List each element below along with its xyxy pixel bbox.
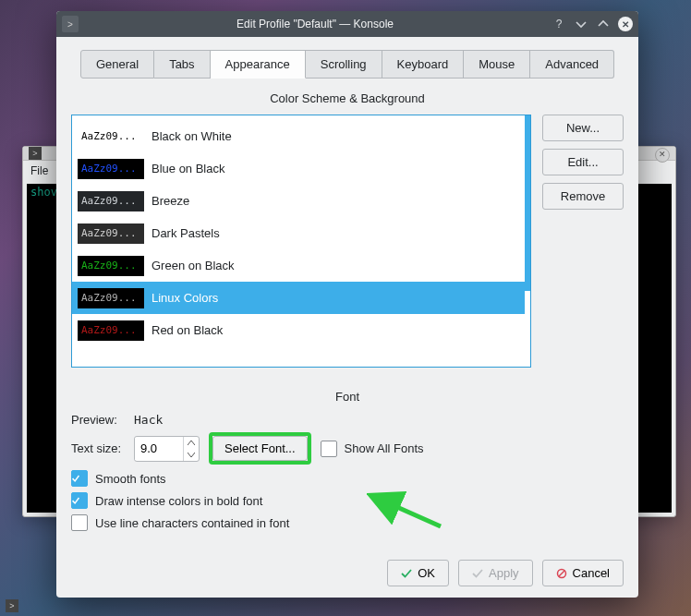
section-font-title: Font <box>71 390 624 404</box>
scheme-name-label: Breeze <box>152 194 189 208</box>
scrollbar[interactable] <box>525 115 530 367</box>
scheme-name-label: Linux Colors <box>152 291 218 305</box>
text-size-input[interactable] <box>135 438 183 460</box>
checkbox-box <box>71 514 88 531</box>
check-icon <box>401 568 412 579</box>
scheme-swatch: AaZz09... <box>78 223 144 244</box>
color-scheme-item[interactable]: AaZz09...Breeze <box>72 185 525 217</box>
color-scheme-item[interactable]: AaZz09...Red on Black <box>72 314 525 346</box>
minimize-icon[interactable] <box>574 17 588 31</box>
smooth-fonts-checkbox[interactable]: Smooth fonts <box>71 470 624 487</box>
smooth-fonts-label: Smooth fonts <box>95 472 166 486</box>
close-icon[interactable]: ✕ <box>618 17 633 31</box>
tab-scrolling[interactable]: Scrolling <box>306 50 382 79</box>
line-chars-checkbox[interactable]: Use line characters contained in font <box>71 514 624 531</box>
scheme-name-label: Black on White <box>152 129 232 143</box>
section-color-scheme-title: Color Scheme & Background <box>71 91 624 105</box>
color-scheme-item[interactable]: AaZz09...Dark Pastels <box>72 217 525 249</box>
terminal-tab-icon[interactable]: > <box>6 599 18 612</box>
new-scheme-button[interactable]: New... <box>542 115 624 141</box>
tab-mouse[interactable]: Mouse <box>464 50 530 79</box>
tab-keyboard[interactable]: Keyboard <box>382 50 465 79</box>
tab-advanced[interactable]: Advanced <box>530 50 614 79</box>
tab-bar: General Tabs Appearance Scrolling Keyboa… <box>80 50 614 79</box>
edit-profile-dialog: > Edit Profile "Default" — Konsole ? ✕ G… <box>56 11 638 598</box>
titlebar[interactable]: > Edit Profile "Default" — Konsole ? ✕ <box>56 11 638 37</box>
maximize-icon[interactable] <box>596 17 611 31</box>
chevron-up-icon[interactable] <box>184 437 199 449</box>
line-chars-label: Use line characters contained in font <box>95 516 289 530</box>
ok-label: OK <box>418 566 435 580</box>
scheme-name-label: Blue on Black <box>152 162 225 175</box>
scheme-swatch: AaZz09... <box>78 127 144 147</box>
tab-appearance[interactable]: Appearance <box>211 50 306 79</box>
dialog-client-area: General Tabs Appearance Scrolling Keyboa… <box>56 37 638 598</box>
bold-intense-checkbox[interactable]: Draw intense colors in bold font <box>71 492 624 509</box>
cancel-icon <box>556 568 567 579</box>
color-scheme-list[interactable]: AaZz09...Black on Random LightAaZz09...B… <box>71 115 531 368</box>
cancel-button[interactable]: Cancel <box>542 560 624 586</box>
checkbox-box <box>71 492 88 509</box>
tab-tabs[interactable]: Tabs <box>154 50 210 79</box>
ok-button[interactable]: OK <box>387 560 449 586</box>
show-all-fonts-checkbox[interactable]: Show All Fonts <box>321 441 424 457</box>
select-font-button[interactable]: Select Font... <box>212 436 308 461</box>
color-scheme-item[interactable]: AaZz09...Green on Black <box>72 249 525 282</box>
text-size-label: Text size: <box>71 441 125 455</box>
cancel-label: Cancel <box>573 566 610 580</box>
close-icon[interactable]: ✕ <box>655 148 670 163</box>
check-icon <box>472 568 483 579</box>
apply-button[interactable]: Apply <box>458 560 533 586</box>
bold-intense-label: Draw intense colors in bold font <box>95 494 262 508</box>
apply-label: Apply <box>489 566 519 580</box>
remove-scheme-button[interactable]: Remove <box>542 183 624 210</box>
scheme-swatch: AaZz09... <box>78 256 144 276</box>
checkbox-box <box>321 441 337 457</box>
window-title: Edit Profile "Default" — Konsole <box>79 18 552 30</box>
chevron-down-icon[interactable] <box>184 449 199 461</box>
scheme-swatch: AaZz09... <box>78 288 144 308</box>
menu-file[interactable]: File <box>30 164 48 177</box>
scheme-name-label: Green on Black <box>152 259 235 272</box>
edit-scheme-button[interactable]: Edit... <box>542 149 624 175</box>
tab-general[interactable]: General <box>80 50 154 79</box>
scheme-swatch: AaZz09... <box>78 320 144 341</box>
color-scheme-item[interactable]: AaZz09...Linux Colors <box>72 282 525 314</box>
terminal-icon: > <box>62 16 79 32</box>
terminal-icon: > <box>29 147 42 160</box>
annotation-highlight: Select Font... <box>209 432 311 465</box>
font-preview-value: Hack <box>134 413 163 427</box>
scheme-swatch: AaZz09... <box>78 159 144 179</box>
scheme-name-label: Dark Pastels <box>152 226 220 240</box>
preview-label: Preview: <box>71 413 125 427</box>
svg-line-1 <box>559 571 564 576</box>
color-scheme-item[interactable]: AaZz09...Black on White <box>72 120 525 152</box>
color-scheme-item[interactable]: AaZz09...Blue on Black <box>72 152 525 185</box>
scheme-name-label: Red on Black <box>152 323 223 337</box>
checkbox-box <box>71 470 88 487</box>
text-size-spinner[interactable] <box>134 436 200 462</box>
show-all-fonts-label: Show All Fonts <box>345 441 424 455</box>
help-icon[interactable]: ? <box>552 17 566 31</box>
scheme-swatch: AaZz09... <box>78 191 144 211</box>
scrollbar-thumb[interactable] <box>525 115 530 291</box>
